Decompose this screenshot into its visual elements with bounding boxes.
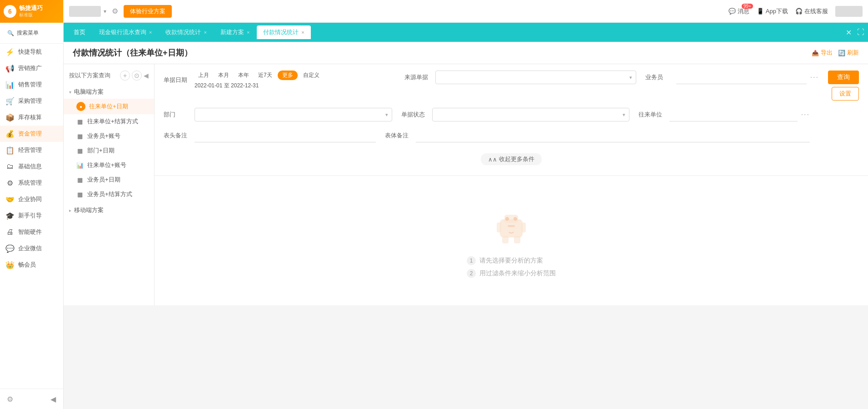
nav-label-enterprise: 企业协同: [18, 195, 42, 203]
header-remark-input[interactable]: [195, 129, 376, 142]
nav-icon-quick-nav: ⚡: [5, 47, 15, 56]
app-download-item[interactable]: 📱 App下载: [757, 7, 788, 15]
nav-tab-new-scheme[interactable]: 新建方案×: [214, 25, 256, 39]
date-option-3[interactable]: 近7天: [254, 71, 276, 80]
dept-label: 部门: [164, 111, 191, 119]
topbar: ▾ ⚙ 体验行业方案 💬 消息 99+ 📱 App下载 🎧 在线客服: [64, 0, 868, 23]
scheme-item-partner-account[interactable]: 📊往来单位+账号: [64, 158, 154, 172]
scheme-item-staff-account[interactable]: ▦业务员+账号: [64, 129, 154, 143]
partner-input[interactable]: [669, 108, 798, 121]
svg-rect-7: [502, 236, 509, 243]
date-option-4[interactable]: 更多: [278, 71, 298, 80]
scheme-item-active-icon-partner-date: ●: [76, 102, 85, 111]
filter-settings-button[interactable]: 设置: [832, 87, 859, 101]
search-menu-label: 搜索菜单: [17, 29, 39, 37]
customer-service-item[interactable]: 🎧 在线客服: [795, 7, 828, 15]
notification-item[interactable]: 💬 消息 99+: [728, 7, 749, 15]
nav-tab-receipt-stats[interactable]: 收款情况统计×: [159, 25, 213, 39]
content-area: 按以下方案查询 + ⊙ ◀ ▾电脑端方案●往来单位+日期▦往来单位+结算方式▦业…: [64, 64, 868, 305]
sidebar-header: 6 畅捷通巧 标准版: [0, 0, 63, 23]
dept-select[interactable]: ▾: [195, 108, 392, 121]
scheme-collapse-button[interactable]: ◀: [144, 72, 149, 79]
sidebar-item-guide[interactable]: 🎓新手引导: [0, 207, 63, 224]
sidebar-item-quick-nav[interactable]: ⚡快捷导航: [0, 44, 63, 60]
scheme-item-label-partner-settle: 往来单位+结算方式: [87, 117, 138, 126]
scheme-group-header-desktop[interactable]: ▾电脑端方案: [64, 85, 154, 99]
date-option-1[interactable]: 本月: [215, 71, 233, 80]
sidebar-item-inventory[interactable]: 📦库存核算: [0, 109, 63, 126]
partner-more-icon[interactable]: ···: [801, 111, 810, 119]
scheme-item-partner-date[interactable]: ●往来单位+日期: [64, 99, 154, 114]
scheme-panel: 按以下方案查询 + ⊙ ◀ ▾电脑端方案●往来单位+日期▦往来单位+结算方式▦业…: [64, 64, 155, 305]
nav-icon-capital: 💰: [5, 129, 15, 138]
partner-label: 往来单位: [639, 111, 666, 119]
scheme-add-button[interactable]: +: [120, 71, 130, 81]
tab-close-receipt-stats-icon[interactable]: ×: [204, 30, 206, 35]
nav-tab-payment-stats[interactable]: 付款情况统计×: [257, 25, 310, 39]
tab-close-bank-flow-icon[interactable]: ×: [149, 30, 152, 35]
scheme-item-partner-settle[interactable]: ▦往来单位+结算方式: [64, 114, 154, 129]
tab-close-new-scheme-icon[interactable]: ×: [247, 30, 249, 35]
tab-label-new-scheme: 新建方案: [220, 28, 244, 36]
scheme-item-label-staff-account: 业务员+账号: [87, 132, 120, 140]
sidebar-item-capital[interactable]: 💰资金管理: [0, 126, 63, 142]
footer-settings-icon[interactable]: ⚙: [4, 393, 16, 405]
staff-input[interactable]: [676, 71, 807, 84]
search-menu-item[interactable]: 🔍 搜索菜单: [4, 26, 60, 40]
sidebar-item-basic-info[interactable]: 🗂基础信息: [0, 158, 63, 175]
scheme-item-staff-settle[interactable]: ▦业务员+结算方式: [64, 187, 154, 202]
nav-icon-sales: 📊: [5, 80, 15, 89]
date-options: 上月本月本年近7天更多自定义: [195, 71, 323, 80]
tab-maximize-icon[interactable]: ⛶: [857, 28, 864, 36]
topbar-right: 💬 消息 99+ 📱 App下载 🎧 在线客服: [728, 6, 863, 17]
query-button[interactable]: 查询: [828, 71, 859, 84]
scheme-item-table-icon-partner-settle: ▦: [76, 118, 84, 125]
topbar-gear-icon[interactable]: ⚙: [112, 7, 118, 15]
date-option-0[interactable]: 上月: [195, 71, 213, 80]
sidebar-item-operations[interactable]: 📋经营管理: [0, 142, 63, 158]
sidebar-subtitle: 标准版: [19, 12, 43, 18]
footer-collapse-icon[interactable]: ◀: [47, 393, 60, 405]
scheme-item-dept-date[interactable]: ▦部门+日期: [64, 143, 154, 158]
filter-action-col: 查询 设置: [828, 71, 859, 101]
sidebar-item-smart-hw[interactable]: 🖨智能硬件: [0, 224, 63, 240]
collapse-button[interactable]: ∧∧ 收起更多条件: [481, 153, 542, 165]
nav-tab-home[interactable]: 首页: [67, 25, 92, 39]
scheme-item-staff-date[interactable]: ▦业务员+日期: [64, 172, 154, 187]
scheme-item-chart-icon-partner-account: 📊: [76, 162, 84, 169]
sidebar-item-sales[interactable]: 📊销售管理: [0, 76, 63, 93]
date-option-2[interactable]: 本年: [234, 71, 253, 80]
scheme-settings-button[interactable]: ⊙: [132, 71, 142, 81]
sidebar-item-enterprise[interactable]: 🤝企业协同: [0, 191, 63, 207]
sidebar-item-wechat[interactable]: 💬企业微信: [0, 240, 63, 257]
customer-service-label: 在线客服: [804, 7, 828, 15]
source-doc-select[interactable]: ▾: [435, 71, 636, 84]
date-option-5[interactable]: 自定义: [299, 71, 323, 80]
refresh-action[interactable]: 🔄 刷新: [838, 49, 859, 57]
scheme-group-desktop: ▾电脑端方案●往来单位+日期▦往来单位+结算方式▦业务员+账号▦部门+日期📊往来…: [64, 85, 154, 202]
user-avatar[interactable]: [835, 6, 863, 17]
export-action[interactable]: 📤 导出: [812, 49, 833, 57]
tab-close-all-icon[interactable]: ✕: [846, 28, 852, 37]
tab-close-payment-stats-icon[interactable]: ×: [301, 30, 304, 35]
sidebar-item-purchase[interactable]: 🛒采购管理: [0, 93, 63, 109]
nav-icon-vip: 👑: [5, 260, 15, 269]
body-remark-input[interactable]: [416, 129, 810, 142]
scheme-item-label-dept-date: 部门+日期: [87, 146, 115, 155]
doc-status-select[interactable]: ▾: [432, 108, 630, 121]
nav-label-wechat: 企业微信: [18, 244, 42, 252]
sidebar-item-vip[interactable]: 👑畅会员: [0, 257, 63, 273]
sidebar-item-system[interactable]: ⚙系统管理: [0, 175, 63, 191]
profile-chevron-icon[interactable]: ▾: [104, 8, 106, 15]
nav-label-marketing: 营销推广: [18, 64, 42, 72]
doc-status-select-arrow-icon: ▾: [623, 112, 625, 118]
staff-more-icon[interactable]: ···: [810, 73, 819, 81]
trial-button[interactable]: 体验行业方案: [124, 5, 172, 18]
sidebar-item-marketing[interactable]: 📢营销推广: [0, 60, 63, 76]
partner-item: 往来单位 ···: [639, 108, 810, 121]
nav-icon-smart-hw: 🖨: [5, 227, 15, 237]
nav-tabs-right-actions: ✕ ⛶: [846, 28, 864, 37]
sidebar: 6 畅捷通巧 标准版 🔍 搜索菜单 ⚡快捷导航📢营销推广📊销售管理🛒采购管理📦库…: [0, 0, 64, 409]
nav-tab-bank-flow[interactable]: 现金银行流水查询×: [93, 25, 158, 39]
scheme-group-header-mobile[interactable]: ▸移动端方案: [64, 203, 154, 217]
